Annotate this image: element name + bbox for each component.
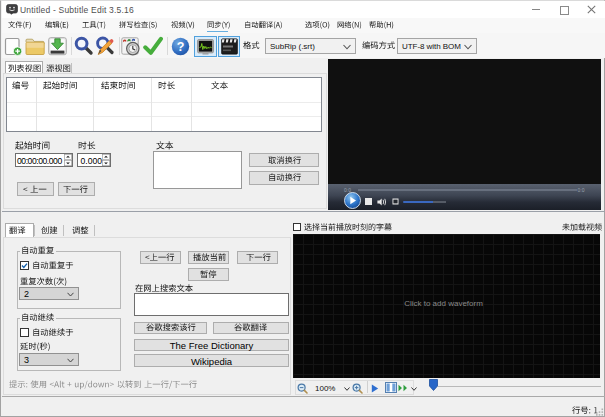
svg-text:?: ? [177,40,185,54]
